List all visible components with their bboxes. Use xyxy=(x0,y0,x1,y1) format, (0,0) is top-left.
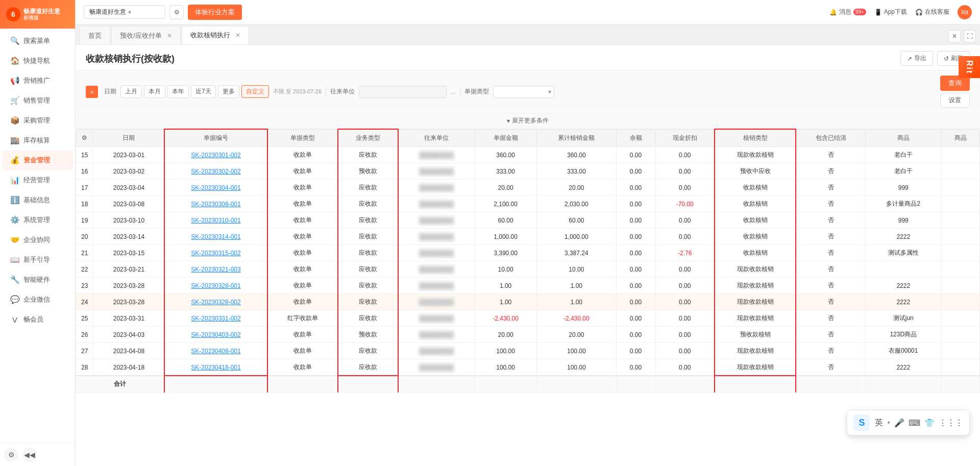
sidebar-item-purchase[interactable]: 📦 采购管理 xyxy=(2,111,73,130)
filter-date-last-month[interactable]: 上月 xyxy=(120,85,142,98)
cell-doc-no[interactable]: SK-20230328-002 xyxy=(164,294,267,310)
cell-partner: ████████ xyxy=(398,343,475,359)
cell-doc-no[interactable]: SK-20230310-001 xyxy=(164,212,267,229)
doc-no-link[interactable]: SK-20230331-002 xyxy=(191,315,240,322)
user-avatar[interactable]: Rit xyxy=(958,5,972,19)
sidebar-item-finance[interactable]: 💰 资金管理 xyxy=(2,151,73,170)
tab-home[interactable]: 首页 xyxy=(80,26,110,44)
cell-doc-no[interactable]: SK-20230321-003 xyxy=(164,261,267,278)
cell-biz-type: 应收款 xyxy=(338,245,398,261)
filter-date-this-month[interactable]: 本月 xyxy=(144,85,165,98)
cell-no: 22 xyxy=(76,261,93,278)
col-settings[interactable]: ⚙ xyxy=(76,129,93,147)
filter-more-dots[interactable]: ... xyxy=(451,88,456,95)
cell-doc-no[interactable]: SK-20230328-001 xyxy=(164,278,267,294)
filter-date-custom[interactable]: 自定义 xyxy=(241,85,269,98)
ime-more-btn[interactable]: ⋮⋮⋮ xyxy=(939,418,963,428)
basic-icon: ℹ️ xyxy=(10,195,19,205)
system-icon: ⚙️ xyxy=(10,215,19,225)
close-tab-btn[interactable]: ✕ xyxy=(948,30,961,42)
sidebar-item-corp[interactable]: 🤝 企业协同 xyxy=(2,230,73,250)
cell-doc-no[interactable]: SK-20230315-002 xyxy=(164,245,267,261)
sidebar-item-guide[interactable]: 📖 新手引导 xyxy=(2,250,73,269)
cell-doc-no[interactable]: SK-20230304-001 xyxy=(164,180,267,196)
sidebar-item-sales[interactable]: 🛒 销售管理 xyxy=(2,91,73,110)
cell-doc-no[interactable]: SK-20230331-002 xyxy=(164,310,267,327)
sidebar-collapse-btn[interactable]: ◀◀ xyxy=(22,448,37,462)
cell-doc-no[interactable]: SK-20230302-002 xyxy=(164,163,267,180)
cell-biz-type: 预收款 xyxy=(338,163,398,180)
cell-date: 2023-03-10 xyxy=(93,212,165,229)
content: 收款核销执行(按收款) ↗ 导出 ↺ 刷新 » 日期 上月 xyxy=(76,45,980,466)
ime-dot: • xyxy=(887,418,890,427)
doc-no-link[interactable]: SK-20230403-002 xyxy=(191,331,240,338)
doc-no-link[interactable]: SK-20230315-002 xyxy=(191,250,240,257)
tab-collection[interactable]: 收款核销执行 ✕ xyxy=(182,26,249,44)
doc-no-link[interactable]: SK-20230301-002 xyxy=(191,152,240,159)
doc-no-link[interactable]: SK-20230328-001 xyxy=(191,282,240,289)
ime-chinese-btn[interactable]: 英 xyxy=(875,418,883,428)
cell-doc-no[interactable]: SK-20230418-001 xyxy=(164,359,267,376)
doc-no-link[interactable]: SK-20230302-002 xyxy=(191,168,240,175)
cell-accumulated: 3,387.24 xyxy=(536,245,617,261)
cell-doc-no[interactable]: SK-20230408-001 xyxy=(164,343,267,359)
partner-input[interactable] xyxy=(359,86,447,98)
ime-mic-btn[interactable]: 🎤 xyxy=(894,418,904,428)
export-btn[interactable]: ↗ 导出 xyxy=(900,51,933,66)
cell-partner: ████████ xyxy=(398,261,475,278)
ime-keyboard-btn[interactable]: ⌨ xyxy=(909,418,920,428)
sidebar-item-search[interactable]: 🔍 搜索菜单 xyxy=(2,31,73,51)
cell-amount: 1.00 xyxy=(475,278,536,294)
filter-expand-btn[interactable]: » xyxy=(86,86,98,98)
company-selector[interactable]: 畅康道好生意 ▾ xyxy=(84,5,165,19)
sidebar-item-wechat[interactable]: 💬 企业微信 xyxy=(2,290,73,309)
filter-date-range: 不限 至 2023-07-26 xyxy=(273,88,322,95)
sidebar-item-member[interactable]: V 畅会员 xyxy=(2,310,73,329)
filter-date-more[interactable]: 更多 xyxy=(218,85,239,98)
cell-doc-no[interactable]: SK-20230403-002 xyxy=(164,327,267,343)
tabbar: 首页 预收/应收付单 ✕ 收款核销执行 ✕ ✕ ⛶ xyxy=(76,24,980,45)
sidebar-item-inventory[interactable]: 🏬 库存核算 xyxy=(2,131,73,150)
voucher-type-select[interactable] xyxy=(493,86,554,98)
notification-btn[interactable]: 🔔 消息 99+ xyxy=(829,8,866,16)
sidebar-item-quicknav[interactable]: 🏠 快捷导航 xyxy=(2,51,73,70)
sidebar-item-marketing[interactable]: 📢 营销推广 xyxy=(2,71,73,90)
filter-date-this-year[interactable]: 本年 xyxy=(167,85,189,98)
col-amount: 单据金额 xyxy=(475,129,536,147)
cell-no: 27 xyxy=(76,343,93,359)
doc-no-link[interactable]: SK-20230321-003 xyxy=(191,266,240,273)
cell-doc-no[interactable]: SK-20230308-001 xyxy=(164,196,267,212)
logo-icon: 6 xyxy=(6,7,20,21)
cell-include-settled: 否 xyxy=(796,278,866,294)
filter-date-7days[interactable]: 近7天 xyxy=(191,85,216,98)
cell-verify-type: 收款核销 xyxy=(715,212,795,229)
expand-more-row[interactable]: ▾ 展开更多条件 xyxy=(76,113,980,129)
cell-doc-no[interactable]: SK-20230314-001 xyxy=(164,229,267,245)
doc-no-link[interactable]: SK-20230308-001 xyxy=(191,201,240,208)
cell-doc-no[interactable]: SK-20230301-002 xyxy=(164,147,267,163)
doc-no-link[interactable]: SK-20230328-002 xyxy=(191,299,240,306)
tab-prepay[interactable]: 预收/应收付单 ✕ xyxy=(111,26,181,44)
settings-gear-btn[interactable]: ⚙ xyxy=(169,5,184,19)
doc-no-link[interactable]: SK-20230408-001 xyxy=(191,348,240,355)
cell-product2 xyxy=(941,245,980,261)
sidebar-settings-btn[interactable]: ⚙ xyxy=(4,448,18,462)
tab-prepay-close[interactable]: ✕ xyxy=(167,32,172,39)
rit-badge[interactable]: Rit xyxy=(959,56,980,78)
sidebar-item-basic[interactable]: ℹ️ 基础信息 xyxy=(2,190,73,210)
sidebar-item-hardware[interactable]: 🔧 智能硬件 xyxy=(2,270,73,289)
tab-collection-close[interactable]: ✕ xyxy=(235,32,240,39)
fullscreen-btn[interactable]: ⛶ xyxy=(964,30,976,42)
industry-solution-btn[interactable]: 体验行业方案 xyxy=(188,5,242,20)
doc-no-link[interactable]: SK-20230314-001 xyxy=(191,233,240,240)
ime-emoji-btn[interactable]: 👕 xyxy=(924,418,935,428)
doc-no-link[interactable]: SK-20230418-001 xyxy=(191,364,240,371)
doc-no-link[interactable]: SK-20230304-001 xyxy=(191,184,240,191)
sidebar-item-ops[interactable]: 📊 经营管理 xyxy=(2,170,73,190)
online-support-btn[interactable]: 🎧 在线客服 xyxy=(915,8,949,16)
filter-settings-btn[interactable]: 设置 xyxy=(940,93,970,108)
cell-product2 xyxy=(941,327,980,343)
doc-no-link[interactable]: SK-20230310-001 xyxy=(191,217,240,224)
app-download-btn[interactable]: 📱 App下载 xyxy=(874,8,907,16)
sidebar-item-system[interactable]: ⚙️ 系统管理 xyxy=(2,210,73,230)
